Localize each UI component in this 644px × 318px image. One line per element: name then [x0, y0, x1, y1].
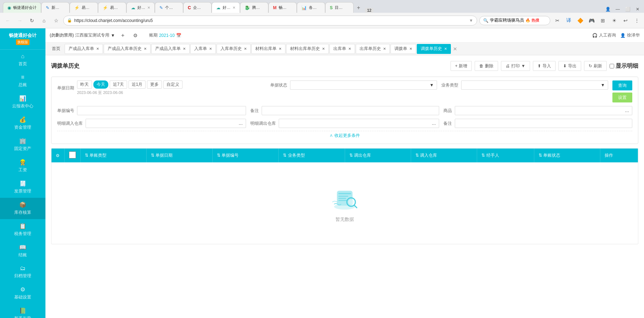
undo-icon[interactable]: ↩	[621, 16, 630, 25]
goods-input[interactable]: …	[455, 106, 632, 115]
home-button[interactable]: ⌂	[39, 16, 49, 26]
new-button[interactable]: + 新增	[451, 61, 472, 71]
date-custom-button[interactable]: 自定义	[163, 80, 182, 89]
browser-tab-2[interactable]: ✎ 新…	[41, 2, 70, 13]
sidebar-item-close[interactable]: 📖 结账	[0, 240, 45, 262]
close-tab-icon[interactable]: ✕	[183, 47, 186, 51]
date-yesterday-button[interactable]: 昨天	[77, 80, 92, 89]
new-tab-button[interactable]: +	[354, 3, 364, 13]
add-company-button[interactable]: +	[118, 30, 128, 40]
table-th-status[interactable]: ⇅ 单账状态	[534, 149, 600, 162]
table-th-to-warehouse[interactable]: ⇅ 调入仓库	[411, 149, 477, 162]
page-tab-inbound-history[interactable]: 入库单历史 ✕	[217, 44, 251, 54]
from-warehouse-input[interactable]: …	[86, 119, 246, 128]
sidebar-item-report[interactable]: 📊 云报表中心	[0, 91, 45, 113]
translate-icon[interactable]: 译	[564, 16, 573, 25]
close-tab-icon[interactable]: ✕	[144, 47, 147, 51]
sidebar-item-finance[interactable]: 💰 资金管理	[0, 113, 45, 134]
table-th-no[interactable]: ⇅ 单据编号	[213, 149, 279, 162]
sidebar-item-settings[interactable]: ⚙ 基础设置	[0, 283, 45, 304]
browser-tab-5[interactable]: ☁ 好… ✕	[126, 2, 155, 13]
page-tab-product-inbound-history[interactable]: 产成品入库单历史 ✕	[104, 44, 151, 54]
close-tab-icon[interactable]: ✕	[383, 47, 386, 51]
to-warehouse-input[interactable]: …	[279, 119, 439, 128]
company-selector[interactable]: (勿删勿禁用) 江西服宝测试专用 ▼	[50, 32, 115, 38]
forward-button[interactable]: →	[15, 16, 25, 26]
table-gear-cell[interactable]: ⚙	[51, 149, 64, 162]
browser-tab-7[interactable]: C 企…	[183, 2, 212, 13]
export-button[interactable]: ⬇ 导出	[558, 61, 581, 71]
sidebar-item-guide[interactable]: 📗 新手引导	[0, 304, 45, 318]
refresh-button[interactable]: ↻ 刷新	[584, 61, 607, 71]
close-tab-icon[interactable]: ✕	[96, 47, 99, 51]
sidebar-item-tax[interactable]: 📋 税务管理	[0, 219, 45, 240]
maximize-button[interactable]: ⬜	[624, 6, 631, 13]
close-button[interactable]: ✕	[634, 6, 641, 13]
tab-count[interactable]: 12	[365, 8, 373, 13]
page-tab-outbound[interactable]: 出库单 ✕	[329, 44, 355, 54]
sidebar-item-ledger[interactable]: ≡ 总账	[0, 71, 45, 91]
scissors-icon[interactable]: ✂	[553, 16, 562, 25]
table-checkbox-cell[interactable]	[64, 149, 80, 162]
page-tab-transfer[interactable]: 调拨单 ✕	[391, 44, 416, 54]
tab-close-5[interactable]: ✕	[147, 6, 150, 10]
minimize-button[interactable]: —	[614, 6, 621, 13]
table-th-date[interactable]: ⇅ 单据日期	[146, 149, 212, 162]
sidebar-item-archive[interactable]: 🗂 归档管理	[0, 262, 45, 283]
select-all-checkbox[interactable]	[69, 151, 76, 158]
close-active-tab-icon[interactable]: ✕	[444, 47, 447, 51]
period-value[interactable]: 2021-10	[159, 33, 175, 38]
page-tab-product-inbound2[interactable]: 产成品入库单 ✕	[151, 44, 190, 54]
game-icon[interactable]: 🎮	[587, 16, 596, 25]
close-tab-icon[interactable]: ✕	[279, 47, 282, 51]
page-tab-inbound[interactable]: 入库单 ✕	[190, 44, 216, 54]
menu-icon[interactable]: ⋮	[633, 16, 641, 25]
table-th-biztype[interactable]: ⇅ 业务类型	[279, 149, 345, 162]
table-th-type[interactable]: ⇅ 单账类型	[80, 149, 146, 162]
status-select[interactable]: ▼	[290, 80, 437, 90]
show-full-toggle[interactable]: 显示明细	[610, 62, 638, 70]
print-button[interactable]: 🖨 打印 ▼	[501, 61, 530, 71]
refresh-browser-button[interactable]: ↻	[27, 16, 37, 26]
show-full-checkbox[interactable]	[610, 64, 614, 68]
calendar-icon[interactable]: 📅	[176, 33, 181, 38]
remark-input[interactable]	[262, 106, 439, 115]
user-button[interactable]: 👤 徐泽华	[620, 32, 640, 38]
theme-icon[interactable]: ☀	[610, 16, 618, 25]
browser-tab-8[interactable]: ☁ 好… ✕	[212, 2, 240, 13]
close-tab-icon[interactable]: ✕	[244, 47, 247, 51]
browser-tab-3[interactable]: ⚡ 易…	[70, 2, 98, 13]
page-tab-material-out[interactable]: 材料出库单 ✕	[251, 44, 285, 54]
sidebar-item-invoice[interactable]: 🧾 发票管理	[0, 177, 45, 198]
company-settings-button[interactable]: ⚙	[131, 30, 141, 40]
query-button[interactable]: 查询	[612, 80, 632, 90]
close-tab-icon[interactable]: ✕	[409, 47, 412, 51]
sidebar-item-inventory[interactable]: 📦 库存核算	[0, 198, 45, 219]
browser-tab-10[interactable]: M 畅…	[268, 2, 297, 13]
date-1month-button[interactable]: 近1月	[129, 80, 146, 89]
import-button[interactable]: ⬆ 导入	[533, 61, 556, 71]
browser-tab-4[interactable]: ⚡ 易…	[98, 2, 126, 13]
browser-tab-9[interactable]: 🐉 腾…	[240, 2, 268, 13]
address-bar[interactable]: 🔒 https://cloud.chanjet.com/accounting/u…	[63, 16, 477, 26]
page-tab-home[interactable]: 首页	[48, 44, 64, 54]
sidebar-item-payroll[interactable]: 👷 工资	[0, 155, 45, 177]
browser-tab-6[interactable]: ✎ 个…	[155, 2, 183, 13]
bookmark-button[interactable]: ☆	[51, 16, 61, 26]
settings-button[interactable]: 设置	[612, 93, 632, 102]
date-today-button[interactable]: 今天	[93, 80, 108, 89]
browser-search-bar[interactable]: 🔍 学霸应聘场驱鸟员 🔥 热搜	[479, 16, 550, 25]
close-tab-icon[interactable]: ✕	[322, 47, 325, 51]
page-tab-transfer-history[interactable]: 调拨单历史 ✕	[417, 44, 451, 54]
browser-tab-1[interactable]: ◉ 畅捷通好会计	[3, 2, 41, 13]
extension-icon[interactable]: 🔶	[576, 16, 584, 25]
close-tab-icon[interactable]: ✕	[348, 47, 351, 51]
table-th-handler[interactable]: ⇅ 经手人	[477, 149, 534, 162]
page-tab-material-out-history[interactable]: 材料出库单历史 ✕	[286, 44, 329, 54]
service-button[interactable]: 🎧 人工咨询	[592, 32, 616, 38]
profile-icon[interactable]: 👤	[604, 6, 611, 13]
delete-button[interactable]: 🗑 删除	[475, 61, 498, 71]
biztype-select[interactable]: ▼	[461, 80, 608, 90]
table-th-from-warehouse[interactable]: ⇅ 调出仓库	[345, 149, 411, 162]
browser-tab-12[interactable]: S 目…	[325, 2, 354, 13]
